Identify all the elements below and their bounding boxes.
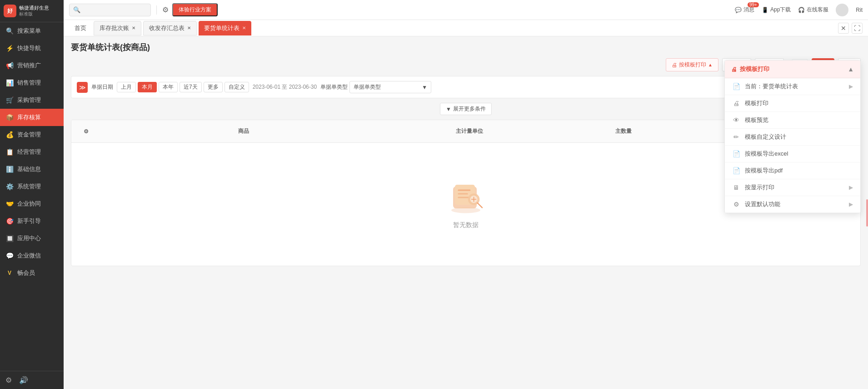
- type-filter-group: 单据单类型 单据单类型 ▼: [320, 81, 778, 93]
- close-tab-button[interactable]: ✕: [838, 23, 849, 34]
- sidebar-item-member[interactable]: V 畅会员: [0, 264, 64, 282]
- sidebar-item-system[interactable]: ⚙️ 系统管理: [0, 178, 64, 195]
- tab-inventory-batch[interactable]: 库存批次账 ✕: [94, 21, 141, 35]
- info-icon: ℹ️: [5, 166, 14, 173]
- settings-icon[interactable]: ⚙: [5, 376, 12, 384]
- settings-icon[interactable]: ⚙: [84, 128, 89, 135]
- expand-tab-button[interactable]: ⛶: [852, 23, 863, 34]
- sidebar-item-purchase[interactable]: 🛒 采购管理: [0, 91, 64, 109]
- app-logo: 好 畅捷通好生意 标准版: [0, 0, 64, 22]
- search-icon: 🔍: [73, 6, 80, 13]
- logo-icon: 好: [4, 5, 16, 17]
- tab-close-receipt-summary[interactable]: ✕: [187, 25, 191, 30]
- sidebar-item-finance[interactable]: 💰 资金管理: [0, 126, 64, 143]
- date-last-7-days-button[interactable]: 近7天: [180, 82, 202, 92]
- sidebar-item-label: 应用中心: [17, 234, 41, 242]
- service-label: 在线客服: [807, 6, 828, 14]
- dropdown-template-preview[interactable]: 👁 模板预览: [725, 112, 860, 129]
- excel-icon: 📄: [732, 150, 740, 157]
- page-content: 要货单统计表(按商品) 🖨 按模板打印 ▲ ↗ 导出 ↻ 刷新 ··· 查询: [64, 36, 868, 389]
- sidebar-item-inventory[interactable]: 📦 库存核算: [0, 109, 64, 126]
- dropdown-template-print-label: 模板打印: [745, 99, 768, 107]
- settings-icon[interactable]: ⚙: [162, 5, 169, 14]
- sidebar-item-label: 资金管理: [17, 131, 41, 139]
- app-download-button[interactable]: 📱 App下载: [762, 6, 791, 14]
- expand-more-button[interactable]: ▼ 展开更多条件: [440, 103, 492, 115]
- edit-icon: ✏: [732, 133, 740, 141]
- eye-icon: 👁: [732, 116, 740, 124]
- topbar-search-box[interactable]: 🔍: [69, 4, 151, 16]
- date-custom-button[interactable]: 自定义: [224, 82, 249, 92]
- svg-rect-5: [458, 197, 469, 198]
- tab-receipt-summary[interactable]: 收发存汇总表 ✕: [143, 21, 197, 35]
- date-this-month-button[interactable]: 本月: [138, 82, 157, 92]
- tab-controls: ✕ ⛶: [838, 23, 863, 34]
- scrollbar-indicator[interactable]: [866, 199, 868, 227]
- tab-order-stats[interactable]: 要货单统计表 ✕: [199, 21, 251, 35]
- sidebar-item-label: 基础信息: [17, 165, 41, 173]
- user-avatar[interactable]: [836, 4, 848, 16]
- sidebar-item-label: 畅会员: [17, 269, 35, 277]
- sidebar-item-search[interactable]: 🔍 搜索菜单: [0, 22, 64, 40]
- date-more-button[interactable]: 更多: [204, 82, 223, 92]
- sidebar: 好 畅捷通好生意 标准版 🔍 搜索菜单 ⚡ 快捷导航 📢 营销推广 📊 销售管理…: [0, 0, 64, 389]
- tab-close-inventory-batch[interactable]: ✕: [132, 25, 135, 30]
- message-badge: 99+: [748, 2, 759, 7]
- sidebar-item-label: 快捷导航: [17, 44, 41, 52]
- topbar: 🔍 ⚙ 体验行业方案 💬 消息 99+ 📱 App下载 🎧 在线客服 Rit: [64, 0, 868, 20]
- search-input[interactable]: [82, 7, 146, 13]
- sidebar-menu: 🔍 搜索菜单 ⚡ 快捷导航 📢 营销推广 📊 销售管理 🛒 采购管理 📦 库存核…: [0, 22, 64, 371]
- sidebar-item-wechat[interactable]: 💬 企业微信: [0, 247, 64, 264]
- gear-icon: ⚙️: [5, 183, 14, 190]
- sidebar-item-app-center[interactable]: 🔲 应用中心: [0, 230, 64, 247]
- tab-home[interactable]: 首页: [69, 21, 92, 35]
- chevron-up-icon[interactable]: ▲: [848, 66, 854, 73]
- dropdown-template-pdf[interactable]: 📄 按模板导出pdf: [725, 162, 860, 179]
- sidebar-item-basic-info[interactable]: ℹ️ 基础信息: [0, 161, 64, 178]
- svg-rect-4: [458, 193, 468, 194]
- tab-bar: 首页 库存批次账 ✕ 收发存汇总表 ✕ 要货单统计表 ✕ ✕ ⛶: [64, 20, 868, 36]
- app-name: 畅捷通好生意: [19, 5, 49, 11]
- dropdown-set-default-left: ⚙ 设置默认功能: [732, 200, 780, 208]
- date-last-month-button[interactable]: 上月: [117, 82, 136, 92]
- chevron-up-icon: ▲: [708, 62, 713, 67]
- page-title: 要货单统计表(按商品): [71, 42, 861, 53]
- sidebar-item-label: 搜索菜单: [17, 27, 41, 35]
- date-range-display: 2023-06-01 至 2023-06-30: [253, 83, 317, 91]
- svg-rect-3: [458, 189, 470, 191]
- dropdown-template-custom-label: 模板自定义设计: [745, 133, 786, 141]
- type-filter-label: 单据单类型: [320, 83, 348, 91]
- sidebar-item-label: 库存核算: [17, 113, 41, 121]
- megaphone-icon: 📢: [5, 62, 14, 69]
- date-this-year-button[interactable]: 本年: [159, 82, 178, 92]
- dropdown-title: 按模板打印: [740, 65, 769, 73]
- sidebar-item-marketing[interactable]: 📢 营销推广: [0, 57, 64, 74]
- dropdown-display-print[interactable]: 🖥 按显示打印 ▶: [725, 179, 860, 196]
- printer-icon: 🖨: [731, 66, 737, 73]
- customer-service-button[interactable]: 🎧 在线客服: [798, 6, 828, 14]
- type-select[interactable]: 单据单类型 ▼: [349, 81, 431, 93]
- username-label: Rit: [856, 7, 863, 13]
- dropdown-template-print[interactable]: 🖨 模板打印: [725, 95, 860, 112]
- filter-expand-button[interactable]: ≫: [77, 82, 88, 93]
- tab-close-order-stats[interactable]: ✕: [242, 25, 246, 30]
- topbar-divider: [156, 5, 157, 15]
- search-icon: 🔍: [5, 27, 14, 35]
- dropdown-template-excel[interactable]: 📄 按模板导出excel: [725, 146, 860, 162]
- dropdown-template-custom[interactable]: ✏ 模板自定义设计: [725, 129, 860, 146]
- sidebar-item-shortcut[interactable]: ⚡ 快捷导航: [0, 40, 64, 57]
- sidebar-item-enterprise[interactable]: 🤝 企业协同: [0, 195, 64, 212]
- template-print-button[interactable]: 🖨 按模板打印 ▲: [666, 58, 718, 71]
- promo-button[interactable]: 体验行业方案: [172, 3, 218, 16]
- dropdown-set-default-label: 设置默认功能: [745, 200, 780, 208]
- printer-icon: 🖨: [732, 100, 740, 107]
- dropdown-set-default[interactable]: ⚙ 设置默认功能 ▶: [725, 196, 860, 213]
- messages-button[interactable]: 💬 消息 99+: [735, 6, 754, 14]
- dropdown-current-item[interactable]: 📄 当前：要货单统计表 ▶: [725, 78, 860, 95]
- sidebar-item-guide[interactable]: 🎯 新手引导: [0, 212, 64, 230]
- sound-icon[interactable]: 🔊: [19, 376, 28, 384]
- table-col-quantity: 主数量: [547, 124, 701, 139]
- sidebar-item-operations[interactable]: 📋 经营管理: [0, 143, 64, 161]
- document-icon: 📄: [732, 83, 740, 90]
- sidebar-item-sales[interactable]: 📊 销售管理: [0, 74, 64, 91]
